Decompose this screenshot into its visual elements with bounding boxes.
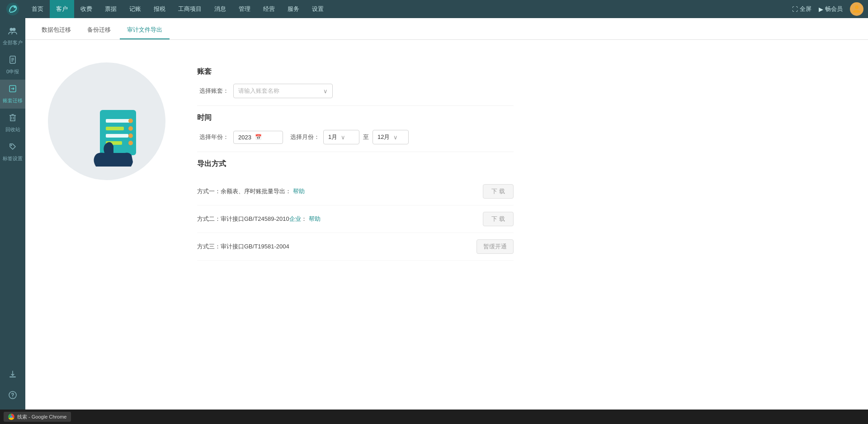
export-section: 方式一：余额表、序时账批量导出：帮助 下 载 方式二：审计接口GB/T24589… (197, 178, 514, 261)
svg-point-25 (128, 141, 133, 145)
sidebar-label-all-clients: 全部客户 (3, 39, 23, 46)
top-nav: 首页 客户 收费 票据 记账 报税 工商项目 消息 管理 经营 服务 设置 ⛶ … (0, 0, 868, 18)
right-panel: 账套 选择账套： 请输入账套名称 ∨ 时间 选择年份： 2023 (197, 58, 514, 261)
sidebar-bottom (0, 365, 25, 410)
zero-report-icon (8, 55, 17, 67)
sidebar-download[interactable] (0, 365, 25, 384)
nav-manage[interactable]: 管理 (232, 0, 257, 18)
method1-download-button[interactable]: 下 载 (483, 184, 514, 199)
sidebar-item-all-clients[interactable]: 全部客户 (0, 22, 25, 51)
play-icon: ▶ (819, 6, 823, 13)
month-end-value: 12月 (377, 133, 390, 141)
fullscreen-label: 全屏 (800, 5, 811, 13)
year-label: 选择年份： (197, 133, 229, 141)
method2-label: 方式二：审计接口GB/T24589-2010企业：帮助 (197, 215, 321, 223)
time-controls: 2023 📅 选择月份： 1月 ∨ 至 12月 ∨ (233, 130, 409, 144)
nav-accounting[interactable]: 记账 (123, 0, 147, 18)
sidebar-label-zero-report: 0申报 (6, 68, 19, 75)
export-method-2: 方式二：审计接口GB/T24589-2010企业：帮助 下 载 (197, 205, 514, 233)
export-section-title: 导出方式 (197, 159, 514, 169)
method2-help-link[interactable]: 帮助 (309, 215, 321, 222)
nav-business[interactable]: 工商项目 (172, 0, 208, 18)
method2-colon: ： (301, 215, 307, 222)
method1-help-link[interactable]: 帮助 (293, 188, 305, 195)
member-label: 畅会员 (825, 5, 843, 13)
sidebar-label-tag-settings: 标签设置 (3, 155, 23, 162)
left-sidebar: 全部客户 0申报 账套迁移 (0, 18, 25, 410)
member-button[interactable]: ▶ 畅会员 (819, 5, 843, 13)
account-migrate-icon (8, 84, 17, 95)
main-layout: 全部客户 0申报 账套迁移 (0, 18, 868, 410)
export-method-3: 方式三：审计接口GB/T19581-2004 暂缓开通 (197, 233, 514, 261)
calendar-icon: 📅 (255, 134, 262, 140)
nav-invoice[interactable]: 票据 (99, 0, 123, 18)
nav-fee[interactable]: 收费 (74, 0, 99, 18)
content-area: 数据包迁移 备份迁移 审计文件导出 (25, 18, 868, 410)
svg-point-1 (14, 5, 16, 8)
fullscreen-button[interactable]: ⛶ 全屏 (792, 5, 811, 13)
nav-home[interactable]: 首页 (25, 0, 50, 18)
divider-2 (197, 152, 514, 152)
account-select[interactable]: 请输入账套名称 ∨ (233, 84, 333, 98)
svg-rect-20 (106, 134, 128, 138)
tab-audit-export[interactable]: 审计文件导出 (120, 21, 170, 39)
to-separator: 至 (363, 133, 369, 141)
illustration-circle (48, 62, 165, 180)
month-start-select[interactable]: 1月 ∨ (323, 130, 359, 144)
month-label: 选择月份： (290, 133, 320, 141)
fullscreen-icon: ⛶ (792, 6, 798, 13)
export-method-1: 方式一：余额表、序时账批量导出：帮助 下 载 (197, 178, 514, 205)
nav-settings[interactable]: 设置 (306, 0, 330, 18)
sidebar-label-recycle: 回收站 (5, 126, 20, 133)
method1-label: 方式一：余额表、序时账批量导出：帮助 (197, 187, 305, 195)
sidebar-item-recycle[interactable]: 回收站 (0, 109, 25, 138)
sidebar-item-account-migrate[interactable]: 账套迁移 (0, 80, 25, 109)
help-icon (8, 391, 17, 400)
nav-right: ⛶ 全屏 ▶ 畅会员 (792, 2, 863, 16)
nav-service[interactable]: 服务 (281, 0, 306, 18)
sidebar-item-zero-report[interactable]: 0申报 (0, 51, 25, 80)
time-section-title: 时间 (197, 113, 514, 123)
svg-rect-19 (106, 127, 124, 130)
account-row: 选择账套： 请输入账套名称 ∨ (197, 84, 514, 98)
svg-point-16 (12, 397, 13, 398)
taskbar: 线索 - Google Chrome (0, 410, 868, 424)
tab-backup-migration[interactable]: 备份迁移 (80, 21, 118, 39)
svg-rect-18 (106, 119, 130, 123)
chevron-down-icon-month-end: ∨ (393, 134, 398, 141)
svg-point-23 (128, 126, 133, 131)
method2-company-link[interactable]: 企业 (289, 215, 301, 222)
tab-data-migration[interactable]: 数据包迁移 (34, 21, 78, 39)
nav-message[interactable]: 消息 (208, 0, 232, 18)
account-label: 选择账套： (197, 87, 229, 95)
divider-1 (197, 105, 514, 106)
user-avatar[interactable] (850, 2, 863, 16)
chevron-down-icon-month-start: ∨ (341, 134, 345, 141)
illustration-svg (61, 76, 152, 167)
taskbar-item-label: 线索 - Google Chrome (17, 414, 66, 420)
year-input[interactable]: 2023 📅 (233, 131, 283, 144)
nav-client[interactable]: 客户 (50, 0, 74, 18)
svg-point-3 (10, 28, 13, 31)
app-logo (5, 1, 21, 17)
chevron-down-icon: ∨ (323, 88, 328, 95)
method3-open-button[interactable]: 暂缓开通 (476, 239, 514, 254)
svg-point-24 (128, 133, 133, 138)
nav-operation[interactable]: 经营 (257, 0, 281, 18)
download-icon (8, 370, 17, 380)
method2-download-button[interactable]: 下 载 (483, 212, 514, 226)
sidebar-item-tag-settings[interactable]: 标签设置 (0, 138, 25, 167)
sidebar-help[interactable] (0, 386, 25, 405)
tabs-bar: 数据包迁移 备份迁移 审计文件导出 (25, 18, 868, 40)
svg-point-4 (13, 28, 16, 31)
taskbar-chrome-item[interactable]: 线索 - Google Chrome (4, 412, 71, 422)
svg-point-13 (11, 145, 12, 146)
svg-point-0 (6, 3, 19, 15)
account-section-title: 账套 (197, 67, 514, 76)
svg-point-2 (855, 5, 859, 9)
account-placeholder: 请输入账套名称 (238, 87, 279, 95)
nav-tax[interactable]: 报税 (147, 0, 172, 18)
illustration-wrap (43, 58, 170, 185)
recycle-icon (8, 113, 17, 124)
month-end-select[interactable]: 12月 ∨ (373, 130, 409, 144)
